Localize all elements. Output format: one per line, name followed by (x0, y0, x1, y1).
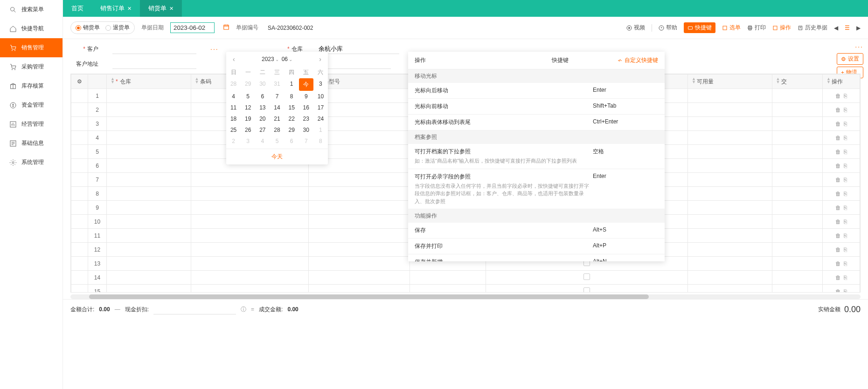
cal-day[interactable]: 26 (241, 124, 255, 136)
delete-icon[interactable]: 🗑 (835, 163, 841, 169)
addr-input[interactable] (112, 59, 196, 69)
shortcut-button[interactable]: 快捷键 (684, 22, 715, 33)
cal-day-next[interactable]: 2 (226, 136, 241, 147)
delete-icon[interactable]: 🗑 (835, 149, 841, 155)
delete-icon[interactable]: 🗑 (835, 177, 841, 183)
delete-icon[interactable]: 🗑 (835, 232, 841, 239)
more-icon[interactable]: ··· (210, 45, 219, 53)
radio-return[interactable]: 退货单 (105, 24, 130, 32)
cal-day[interactable]: 21 (270, 113, 284, 124)
delete-icon[interactable]: 🗑 (835, 121, 841, 127)
video-button[interactable]: 视频 (626, 24, 645, 32)
cal-day[interactable]: 15 (285, 102, 299, 113)
cal-day[interactable]: 1 (285, 78, 299, 91)
help-icon[interactable]: ⓘ (241, 306, 246, 314)
copy-icon[interactable]: ⎘ (844, 149, 847, 155)
cal-day[interactable]: 28 (270, 124, 284, 136)
radio-sale[interactable]: 销货单 (76, 24, 100, 32)
sidebar-item-3[interactable]: 采购管理 (0, 57, 62, 76)
delete-icon[interactable]: 🗑 (835, 288, 841, 293)
cal-day[interactable]: 10 (313, 91, 328, 102)
sidebar-item-0[interactable]: 搜索菜单 (0, 0, 62, 19)
gift-checkbox[interactable] (583, 273, 590, 280)
cal-month-select[interactable]: 06 (282, 56, 292, 62)
delete-icon[interactable]: 🗑 (835, 218, 841, 225)
copy-icon[interactable]: ⎘ (844, 191, 847, 197)
cal-day-prev[interactable]: 30 (255, 78, 270, 91)
cal-day-next[interactable]: 8 (313, 136, 328, 147)
cal-prev-icon[interactable]: ‹ (231, 55, 237, 63)
print-button[interactable]: 打印 (747, 24, 766, 32)
table-row[interactable]: 15🗑⎘ (71, 285, 860, 293)
sidebar-item-4[interactable]: 库存核算 (0, 76, 62, 96)
tab-0[interactable]: 首页 (63, 0, 92, 17)
cal-day-prev[interactable]: 29 (241, 78, 255, 91)
copy-icon[interactable]: ⎘ (844, 107, 847, 113)
sidebar-item-1[interactable]: 快捷导航 (0, 19, 62, 38)
row-more-icon[interactable]: ··· (837, 43, 863, 50)
history-button[interactable]: 历史单据 (798, 24, 827, 32)
tab-2[interactable]: 销货单✕ (140, 0, 182, 17)
copy-icon[interactable]: ⎘ (844, 135, 847, 141)
delete-icon[interactable]: 🗑 (835, 205, 841, 211)
delete-icon[interactable]: 🗑 (835, 135, 841, 141)
cal-day[interactable]: 16 (299, 102, 313, 113)
tab-1[interactable]: 销售订单✕ (92, 0, 140, 17)
sc-custom-button[interactable]: 自定义快捷键 (617, 56, 658, 64)
sidebar-item-2[interactable]: 销售管理 (0, 38, 62, 57)
calendar-icon[interactable] (223, 24, 229, 32)
cal-day[interactable]: 14 (270, 102, 284, 113)
list-icon[interactable]: ☰ (845, 25, 850, 31)
sidebar-item-7[interactable]: 基础信息 (0, 134, 62, 153)
cal-day[interactable]: 27 (255, 124, 270, 136)
cal-day[interactable]: 4 (226, 91, 241, 102)
close-icon[interactable]: ✕ (169, 6, 174, 12)
copy-icon[interactable]: ⎘ (844, 121, 847, 127)
col-7[interactable]: ▲▼操作 (823, 75, 860, 89)
copy-icon[interactable]: ⎘ (844, 177, 847, 183)
sidebar-item-6[interactable]: 经营管理 (0, 115, 62, 134)
delete-icon[interactable]: 🗑 (835, 246, 841, 253)
cal-day[interactable]: 25 (226, 124, 241, 136)
date-input[interactable] (170, 22, 215, 33)
help-button[interactable]: 帮助 (659, 24, 677, 32)
cal-day-prev[interactable]: 31 (270, 78, 284, 91)
sidebar-item-8[interactable]: 系统管理 (0, 153, 62, 172)
cal-day[interactable]: 8 (285, 91, 299, 102)
cal-day[interactable]: 12 (241, 102, 255, 113)
warehouse-input[interactable] (317, 44, 399, 54)
cal-day[interactable]: 13 (255, 102, 270, 113)
cal-day-next[interactable]: 5 (270, 136, 284, 147)
copy-icon[interactable]: ⎘ (844, 218, 847, 225)
cal-day[interactable]: 23 (299, 113, 313, 124)
col-gear[interactable]: ⚙ (71, 75, 88, 89)
cal-day[interactable]: 19 (241, 113, 255, 124)
cal-day-next[interactable]: 7 (299, 136, 313, 147)
gift-checkbox[interactable] (583, 287, 590, 293)
copy-icon[interactable]: ⎘ (844, 93, 847, 99)
cal-day[interactable]: 22 (285, 113, 299, 124)
copy-icon[interactable]: ⎘ (844, 232, 847, 239)
copy-icon[interactable]: ⎘ (844, 205, 847, 211)
copy-icon[interactable]: ⎘ (844, 163, 847, 169)
cal-next-icon[interactable]: › (317, 55, 323, 63)
close-icon[interactable]: ✕ (127, 6, 132, 12)
next-icon[interactable]: ▶ (856, 25, 861, 31)
cal-day[interactable]: 20 (255, 113, 270, 124)
operate-button[interactable]: 操作 (772, 24, 791, 32)
cal-day[interactable]: 9 (299, 91, 313, 102)
col-5[interactable]: ▲▼可用量 (688, 75, 772, 89)
cal-day-next[interactable]: 4 (255, 136, 270, 147)
cal-day[interactable]: 29 (285, 124, 299, 136)
cal-day-prev[interactable]: 28 (226, 78, 241, 91)
cal-day[interactable]: 24 (313, 113, 328, 124)
col-0[interactable]: ▲▼*仓库 (107, 75, 191, 89)
cal-day-next[interactable]: 6 (285, 136, 299, 147)
cal-day[interactable]: 6 (255, 91, 270, 102)
cal-day[interactable]: 今 (299, 78, 313, 91)
delete-icon[interactable]: 🗑 (835, 191, 841, 197)
cal-day[interactable]: 3 (313, 78, 328, 91)
cal-day[interactable]: 5 (241, 91, 255, 102)
delete-icon[interactable]: 🗑 (835, 93, 841, 99)
prev-icon[interactable]: ◀ (834, 25, 838, 31)
